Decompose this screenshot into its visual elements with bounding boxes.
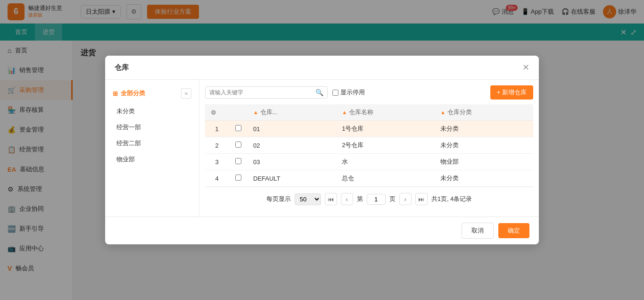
col-header-category: ▲ 仓库分类	[435, 104, 533, 121]
total-info: 共1页, 4条记录	[431, 195, 472, 203]
row-code: 02	[248, 137, 336, 154]
category-item-dept1[interactable]: 经营一部	[105, 119, 199, 135]
row-checkbox[interactable]	[235, 158, 241, 164]
row-code: 03	[248, 154, 336, 170]
row-checkbox-cell	[229, 170, 248, 187]
row-code: 01	[248, 121, 336, 137]
table-row[interactable]: 3 03 水 物业部	[205, 154, 533, 170]
prev-page-button[interactable]: ‹	[341, 193, 353, 205]
search-input[interactable]	[209, 89, 313, 96]
row-checkbox[interactable]	[235, 142, 241, 148]
table-container: ⚙ ▲ 仓库... ▲ 仓库名称 ▲ 仓库分类	[205, 104, 533, 187]
category-panel: ⊞ 全部分类 « 未分类 经营一部 经营二部 物业部	[105, 80, 199, 217]
page-size-select: 50 100	[295, 193, 321, 205]
row-checkbox-cell	[229, 137, 248, 154]
category-header: ⊞ 全部分类 «	[105, 85, 199, 103]
modal-footer: 取消 确定	[105, 217, 539, 244]
per-page-label: 每页显示	[266, 195, 291, 203]
modal-title: 仓库	[115, 63, 129, 72]
table-row[interactable]: 4 DEFAULT 总仓 未分类	[205, 170, 533, 187]
modal-header: 仓库 ✕	[105, 56, 539, 80]
collapse-button[interactable]: «	[181, 88, 191, 99]
row-name: 总仓	[336, 170, 435, 187]
table-row[interactable]: 1 01 1号仓库 未分类	[205, 121, 533, 137]
last-page-button[interactable]: ⏭	[415, 193, 428, 205]
col-header-gear: ⚙	[205, 104, 229, 121]
next-page-button[interactable]: ›	[399, 193, 412, 205]
pagination: 每页显示 50 100 ⏮ ‹ 第 页 › ⏭ 共1页, 4条记录	[205, 187, 533, 211]
row-category: 物业部	[435, 154, 533, 170]
page-number-input[interactable]	[367, 194, 386, 205]
row-code: DEFAULT	[248, 170, 336, 187]
row-name: 1号仓库	[336, 121, 435, 137]
add-warehouse-button[interactable]: + 新增仓库	[490, 85, 533, 100]
table-row[interactable]: 2 02 2号仓库 未分类	[205, 137, 533, 154]
all-category-label: 全部分类	[121, 89, 145, 98]
table-panel: 🔍 显示停用 + 新增仓库 ⚙	[199, 80, 539, 217]
modal-body: ⊞ 全部分类 « 未分类 经营一部 经营二部 物业部 🔍	[105, 80, 539, 217]
category-item-dept2[interactable]: 经营二部	[105, 135, 199, 151]
close-icon[interactable]: ✕	[522, 62, 529, 73]
table-header: ⚙ ▲ 仓库... ▲ 仓库名称 ▲ 仓库分类	[205, 104, 533, 121]
show-disabled-checkbox[interactable]	[332, 90, 339, 96]
table-body: 1 01 1号仓库 未分类 2	[205, 121, 533, 187]
confirm-button[interactable]: 确定	[498, 223, 529, 238]
page-unit: 页	[389, 195, 396, 203]
category-item-unclassified[interactable]: 未分类	[105, 103, 199, 119]
all-category-button[interactable]: ⊞ 全部分类	[113, 89, 145, 98]
row-gear: 4	[205, 170, 229, 187]
row-category: 未分类	[435, 170, 533, 187]
row-checkbox-cell	[229, 121, 248, 137]
row-gear: 1	[205, 121, 229, 137]
row-name: 水	[336, 154, 435, 170]
row-gear: 3	[205, 154, 229, 170]
row-checkbox[interactable]	[235, 125, 241, 131]
modal-overlay: 仓库 ✕ ⊞ 全部分类 « 未分类 经营一部 经营二部 物业部	[0, 0, 644, 300]
row-category: 未分类	[435, 121, 533, 137]
table-toolbar: 🔍 显示停用 + 新增仓库	[205, 85, 533, 100]
sort-icon: ▲	[253, 109, 258, 115]
cancel-button[interactable]: 取消	[462, 223, 494, 239]
col-header-code: ▲ 仓库...	[248, 104, 336, 121]
warehouse-modal: 仓库 ✕ ⊞ 全部分类 « 未分类 经营一部 经营二部 物业部	[105, 56, 539, 244]
page-size-dropdown[interactable]: 50 100	[295, 193, 321, 205]
page-label: 第	[357, 195, 363, 203]
sort-icon-cat: ▲	[440, 109, 446, 115]
show-disabled-checkbox-label[interactable]: 显示停用	[332, 88, 365, 97]
row-checkbox[interactable]	[235, 175, 241, 181]
col-header-name: ▲ 仓库名称	[336, 104, 435, 121]
sort-icon-name: ▲	[342, 109, 347, 115]
row-checkbox-cell	[229, 154, 248, 170]
category-item-property[interactable]: 物业部	[105, 151, 199, 167]
first-page-button[interactable]: ⏮	[325, 193, 337, 205]
search-input-wrap: 🔍	[205, 86, 328, 99]
show-disabled-label: 显示停用	[340, 88, 365, 97]
warehouse-table: ⚙ ▲ 仓库... ▲ 仓库名称 ▲ 仓库分类	[205, 104, 533, 187]
search-icon: 🔍	[315, 89, 323, 96]
grid-icon: ⊞	[113, 90, 118, 97]
row-name: 2号仓库	[336, 137, 435, 154]
col-header-check	[229, 104, 248, 121]
row-category: 未分类	[435, 137, 533, 154]
row-gear: 2	[205, 137, 229, 154]
